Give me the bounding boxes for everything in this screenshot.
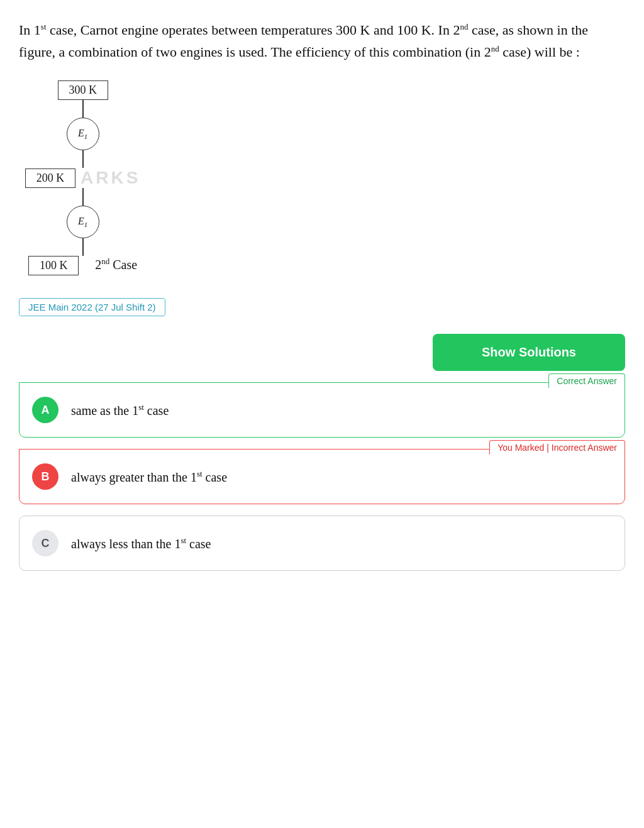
option-text-a: same as the 1st case [71,402,169,418]
connector-line-1 [82,100,84,118]
option-text-b: always greater than the 1st case [71,469,227,485]
connector-line-2 [82,150,84,168]
show-solutions-button[interactable]: Show Solutions [433,334,625,371]
diagram: 300 K E1 200 K ARKS E1 100 K 2nd Case [25,80,140,275]
diagram-container: 300 K E1 200 K ARKS E1 100 K 2nd Case [25,80,625,275]
option-wrapper-a: Correct Answer A same as the 1st case [19,382,625,438]
engine2-circle: E1 [67,206,99,238]
tag-row: JEE Main 2022 (27 Jul Shift 2) [19,298,625,316]
options-container: Correct Answer A same as the 1st case Yo… [19,382,625,582]
incorrect-answer-badge: You Marked | Incorrect Answer [489,440,625,455]
option-wrapper-b: You Marked | Incorrect Answer B always g… [19,449,625,504]
engine2-label: E1 [78,216,87,228]
bottom-temp-box: 100 K [28,256,79,275]
question-text: In 1st case, Carnot engine operates betw… [19,19,625,63]
watermark: ARKS [80,168,140,188]
engine1-circle: E1 [67,118,99,150]
option-card-a[interactable]: A same as the 1st case [19,382,625,438]
exam-tag: JEE Main 2022 (27 Jul Shift 2) [19,298,165,316]
engine1-label: E1 [78,128,87,140]
connector-line-4 [82,238,84,256]
connector-line-3 [82,188,84,206]
option-wrapper-c: C always less than the 1st case [19,516,625,571]
mid-temp-box: 200 K [25,168,75,188]
option-card-b[interactable]: B always greater than the 1st case [19,449,625,504]
show-solutions-row: Show Solutions [19,334,625,371]
case-label: 2nd Case [95,257,137,276]
option-card-c[interactable]: C always less than the 1st case [19,516,625,571]
option-bubble-b: B [32,463,58,490]
top-temp-box: 300 K [58,80,108,100]
option-bubble-c: C [32,530,58,556]
option-text-c: always less than the 1st case [71,536,211,551]
option-bubble-a: A [32,397,58,423]
correct-answer-badge: Correct Answer [548,373,625,388]
